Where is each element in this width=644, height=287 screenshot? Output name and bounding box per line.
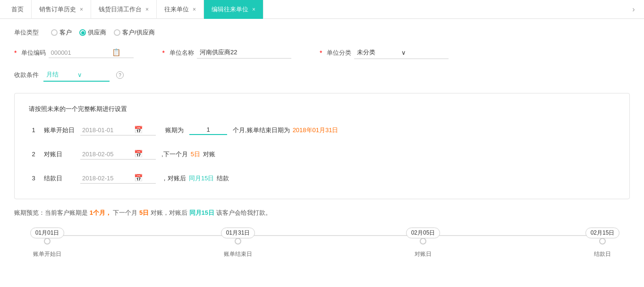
preview-mid: 下一个月: [113, 209, 137, 216]
step3-suffix-post: 结款: [217, 174, 229, 183]
step1-calendar-icon[interactable]: 📅: [134, 126, 143, 134]
payment-value: 月结: [46, 70, 76, 79]
step2-date-input-wrapper: 📅: [80, 149, 156, 160]
step3-suffix-num: 同月15日: [189, 174, 214, 183]
tab-edit-partner[interactable]: 编辑往来单位 ×: [204, 0, 263, 19]
step-num-1: 1: [29, 127, 38, 134]
unit-type-row: 单位类型 客户 供应商 客户/供应商: [14, 28, 630, 37]
unit-code-label: 单位编码: [21, 49, 46, 57]
step3-date-input[interactable]: [82, 175, 134, 182]
step-label-3: 结款日: [44, 174, 75, 183]
tl-point-0: 01月01日 账单开始日: [33, 238, 61, 258]
radio-both-label: 客户/供应商: [122, 28, 155, 37]
tl-dot-2: [420, 238, 426, 245]
radio-supplier-label: 供应商: [88, 28, 106, 37]
unit-code-group: * 单位编码 📋: [14, 47, 134, 58]
close-tab-partner[interactable]: ×: [193, 6, 196, 13]
unit-code-required: *: [14, 49, 17, 57]
step3-calendar-icon[interactable]: 📅: [134, 174, 143, 182]
step-label-2: 对账日: [44, 150, 75, 159]
preview-val1: 1个月，: [90, 209, 111, 216]
step2-suffix: ,下一个月5日 对账: [161, 150, 215, 159]
tl-label-0: 01月01日: [30, 228, 65, 238]
radio-both[interactable]: 客户/供应商: [114, 28, 155, 37]
tab-cash-work-label: 钱货日清工作台: [99, 5, 142, 14]
step1-period-suffix: 个月,账单结束日期为 2018年01月31日: [233, 126, 338, 135]
step3-suffix-pre: ，对账后: [161, 174, 186, 183]
tab-cash-work[interactable]: 钱货日清工作台 ×: [91, 0, 157, 19]
tab-partner-label: 往来单位: [164, 5, 189, 14]
tl-point-2: 02月05日 对账日: [415, 238, 432, 258]
payment-dropdown-arrow: ∨: [77, 71, 107, 78]
unit-type-label: 单位类型: [14, 28, 39, 37]
payment-row: 收款条件 月结 ∨ ?: [14, 68, 630, 82]
payment-help-icon[interactable]: ?: [116, 71, 124, 79]
payment-label: 收款条件: [14, 71, 39, 79]
step2-calendar-icon[interactable]: 📅: [134, 150, 143, 158]
close-tab-edit-partner[interactable]: ×: [252, 6, 255, 13]
unit-classify-dropdown[interactable]: 未分类 ∨: [354, 46, 449, 59]
step1-period-label: 账期为: [165, 126, 184, 135]
step1-period-end: 2018年01月31日: [293, 126, 339, 135]
step1-date-input[interactable]: [82, 127, 134, 134]
radio-both-circle: [114, 29, 120, 36]
unit-name-group: * 单位名称: [162, 47, 291, 59]
unit-classify-arrow: ∨: [401, 49, 446, 56]
tl-label-1: 01月31日: [221, 228, 255, 238]
tl-dot-1: [235, 238, 241, 245]
unit-name-label: 单位名称: [169, 49, 194, 57]
step-num-3: 3: [29, 175, 38, 182]
tl-dot-3: [599, 238, 606, 245]
tab-home[interactable]: 首页: [4, 0, 32, 19]
radio-customer-label: 客户: [59, 28, 72, 37]
preview-prefix: 账期预览：当前客户账期是: [14, 209, 88, 216]
preview-post1: 对账，对账后: [151, 209, 187, 216]
tab-sales-history-label: 销售订单历史: [39, 5, 76, 14]
unit-code-input[interactable]: [51, 49, 112, 56]
timeline-points: 01月01日 账单开始日 01月31日 账单结束日 02月05日 对账日: [14, 238, 630, 258]
tabs-bar: 首页 销售订单历史 × 钱货日清工作台 × 往来单位 × 编辑往来单位 × ›: [0, 0, 644, 19]
step3-date-input-wrapper: 📅: [80, 173, 156, 184]
tab-home-label: 首页: [11, 5, 24, 14]
step2-suffix-pre: ,下一个月: [161, 150, 188, 159]
tl-desc-3: 结款日: [594, 250, 611, 258]
section-title: 请按照未来的一个完整帐期进行设置: [29, 105, 615, 113]
tl-point-1: 01月31日 账单结束日: [224, 238, 252, 258]
tab-sales-history[interactable]: 销售订单历史 ×: [32, 0, 91, 19]
unit-classify-required: *: [320, 49, 322, 57]
preview-val2: 5日: [139, 209, 149, 216]
radio-customer[interactable]: 客户: [51, 28, 72, 37]
radio-supplier-circle: [79, 29, 86, 36]
step2-date-input[interactable]: [82, 151, 134, 158]
step1-date-input-wrapper: 📅: [80, 125, 156, 135]
close-tab-cash-work[interactable]: ×: [145, 6, 149, 13]
radio-supplier[interactable]: 供应商: [79, 28, 106, 37]
step2-suffix-post: 对账: [203, 150, 215, 159]
step3-suffix: ，对账后同月15日 结款: [161, 174, 229, 183]
tl-label-3: 02月15日: [585, 228, 620, 238]
unit-code-input-wrapper: 📋: [49, 47, 134, 58]
unit-classify-value: 未分类: [357, 48, 401, 57]
preview-val3: 同月15日: [189, 209, 214, 216]
step1-period-value[interactable]: [189, 125, 227, 135]
tab-more-button[interactable]: ›: [627, 5, 640, 14]
tab-more-icon: ›: [632, 5, 635, 14]
tl-desc-0: 账单开始日: [33, 250, 61, 258]
tab-partner[interactable]: 往来单位 ×: [157, 0, 204, 19]
unit-name-required: *: [162, 49, 164, 57]
close-tab-sales-history[interactable]: ×: [80, 6, 83, 13]
tl-label-2: 02月05日: [406, 228, 441, 238]
step2-suffix-num: 5日: [191, 150, 200, 159]
tl-dot-0: [44, 238, 51, 245]
step-label-1: 账单开始日: [44, 126, 75, 135]
unit-classify-group: * 单位分类 未分类 ∨: [320, 46, 449, 59]
step-row-2: 2 对账日 📅 ,下一个月5日 对账: [29, 149, 615, 160]
unit-code-copy-icon[interactable]: 📋: [112, 48, 121, 57]
unit-type-radio-group: 客户 供应商 客户/供应商: [51, 28, 155, 37]
step-row-1: 1 账单开始日 📅 账期为 个月,账单结束日期为 2018年01月31日: [29, 125, 615, 135]
payment-dropdown[interactable]: 月结 ∨: [43, 68, 110, 82]
unit-name-input[interactable]: [197, 47, 291, 59]
timeline: 01月01日 账单开始日 01月31日 账单结束日 02月05日 对账日: [14, 228, 630, 277]
unit-info-row: * 单位编码 📋 * 单位名称 * 单位分类 未分类 ∨: [14, 46, 630, 59]
preview-text: 账期预览：当前客户账期是 1个月， 下一个月 5日 对账，对账后 同月15日 该…: [14, 209, 630, 217]
